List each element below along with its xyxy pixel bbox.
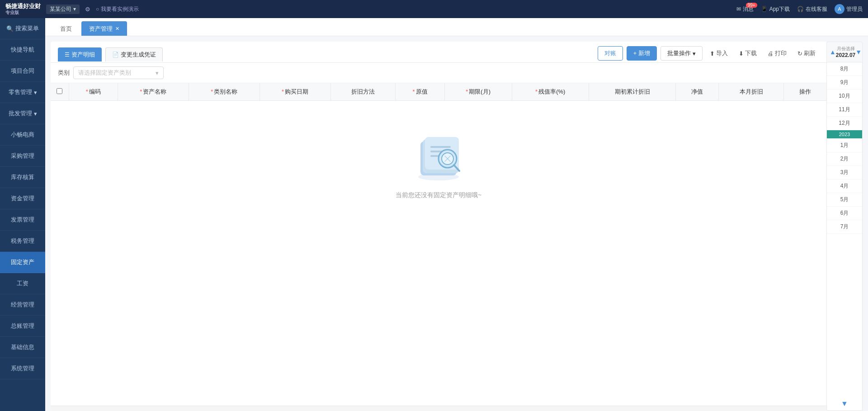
th-action: 操作 bbox=[784, 83, 826, 101]
company-selector[interactable]: 某某公司 ▾ bbox=[46, 5, 80, 14]
sidebar-item-project-contract[interactable]: 项目合同 bbox=[0, 61, 45, 82]
content-area: 首页 资产管理 ✕ ☰ 资产明细 📄 变更生成凭证 bbox=[45, 18, 868, 411]
sidebar: 🔍 搜索菜单 快捷导航 项目合同 零售管理 ▾ 批发管理 ▾ 小畅电商 采购管理… bbox=[0, 18, 45, 411]
settings-icon[interactable]: ⚙ bbox=[85, 6, 90, 13]
bottom-scroll-bar[interactable] bbox=[51, 406, 826, 411]
month-item-11[interactable]: 11月 bbox=[827, 103, 862, 117]
sidebar-item-ecommerce[interactable]: 小畅电商 bbox=[0, 124, 45, 146]
month-down-arrow[interactable]: ▼ bbox=[855, 48, 862, 56]
year-2023-badge: 2023 bbox=[827, 130, 862, 139]
print-icon: 🖨 bbox=[768, 50, 774, 57]
sub-tabs: ☰ 资产明细 📄 变更生成凭证 对账 + 新增 bbox=[51, 42, 826, 63]
category-select[interactable]: 请选择固定资产类别 ▾ bbox=[73, 66, 164, 79]
arrow-icon: ▾ bbox=[34, 89, 37, 96]
sidebar-item-invoice-mgmt[interactable]: 发票管理 bbox=[0, 209, 45, 231]
asset-table: *编码 *资产名称 *类别名称 *购买日期 折旧方法 *原值 *期限(月) *残… bbox=[51, 83, 826, 101]
tab-bar: 首页 资产管理 ✕ bbox=[45, 18, 868, 36]
month-item-2023-2[interactable]: 2月 bbox=[827, 152, 862, 166]
month-item-8[interactable]: 8月 bbox=[827, 62, 862, 76]
empty-state: 当前您还没有固定资产明细哦~ bbox=[51, 101, 826, 227]
th-purchase-date: *购买日期 bbox=[259, 83, 330, 101]
month-down-nav[interactable]: ▼ bbox=[827, 397, 862, 411]
month-up-arrow[interactable]: ▲ bbox=[830, 48, 836, 56]
refresh-button[interactable]: ↻ 刷新 bbox=[794, 47, 819, 59]
sidebar-item-inventory[interactable]: 库存核算 bbox=[0, 167, 45, 188]
down-chevron-icon[interactable]: ▼ bbox=[841, 400, 848, 408]
asset-table-wrap: *编码 *资产名称 *类别名称 *购买日期 折旧方法 *原值 *期限(月) *残… bbox=[51, 83, 826, 406]
select-arrow-icon: ▾ bbox=[156, 70, 159, 76]
add-button[interactable]: + 新增 bbox=[627, 46, 657, 61]
month-item-9[interactable]: 9月 bbox=[827, 76, 862, 90]
avatar: A bbox=[835, 4, 844, 14]
th-accumulated-depreciation: 期初累计折旧 bbox=[589, 83, 675, 101]
top-bar: 畅捷通好业财 专业版 某某公司 ▾ ⚙ ○ 我要看实例演示 ✉ 消息 99+ 📱… bbox=[0, 0, 868, 18]
sidebar-item-fund-mgmt[interactable]: 资金管理 bbox=[0, 188, 45, 209]
download-icon: 📱 bbox=[761, 6, 768, 12]
tab-asset-mgmt[interactable]: 资产管理 ✕ bbox=[81, 21, 127, 36]
th-checkbox bbox=[51, 83, 69, 101]
sidebar-item-tax-mgmt[interactable]: 税务管理 bbox=[0, 231, 45, 252]
topbar-right: ✉ 消息 99+ 📱 App下载 🎧 在线客服 A 管理员 bbox=[736, 4, 863, 14]
select-all-checkbox[interactable] bbox=[57, 88, 62, 94]
month-item-2023-3[interactable]: 3月 bbox=[827, 166, 862, 180]
month-item-10[interactable]: 10月 bbox=[827, 90, 862, 103]
table-header-row: *编码 *资产名称 *类别名称 *购买日期 折旧方法 *原值 *期限(月) *残… bbox=[51, 83, 826, 101]
search-icon: 🔍 bbox=[6, 25, 14, 32]
th-category-name: *类别名称 bbox=[189, 83, 259, 101]
demo-icon: ○ bbox=[96, 6, 99, 12]
message-icon: ✉ bbox=[736, 6, 741, 12]
main-panel: ☰ 资产明细 📄 变更生成凭证 对账 + 新增 bbox=[51, 42, 826, 411]
month-panel-header: ▲ 月份选择 2022.07 ▼ bbox=[827, 42, 862, 62]
th-monthly-depreciation: 本月折旧 bbox=[719, 83, 784, 101]
sub-tab-change-voucher[interactable]: 📄 变更生成凭证 bbox=[105, 47, 163, 61]
th-depreciation-method: 折旧方法 bbox=[330, 83, 396, 101]
download-button[interactable]: ⬇ 下载 bbox=[735, 47, 760, 59]
month-item-2023-7[interactable]: 7月 bbox=[827, 220, 862, 234]
import-button[interactable]: ⬆ 导入 bbox=[706, 47, 731, 59]
batch-ops-button[interactable]: 批量操作 ▾ bbox=[660, 46, 703, 61]
sidebar-item-purchase-mgmt[interactable]: 采购管理 bbox=[0, 146, 45, 167]
svg-rect-4 bbox=[430, 146, 451, 148]
online-service-btn[interactable]: 🎧 在线客服 bbox=[797, 5, 827, 13]
sidebar-item-batch-mgmt[interactable]: 批发管理 ▾ bbox=[0, 103, 45, 124]
sidebar-item-salary[interactable]: 工资 bbox=[0, 273, 45, 294]
sub-tab-asset-detail[interactable]: ☰ 资产明细 bbox=[58, 47, 102, 61]
main-layout: 🔍 搜索菜单 快捷导航 项目合同 零售管理 ▾ 批发管理 ▾ 小畅电商 采购管理… bbox=[0, 18, 868, 411]
sidebar-item-basic-info[interactable]: 基础信息 bbox=[0, 337, 45, 358]
tab-home[interactable]: 首页 bbox=[52, 21, 80, 36]
app-logo: 畅捷通好业财 专业版 bbox=[5, 3, 41, 15]
empty-message: 当前您还没有固定资产明细哦~ bbox=[396, 191, 481, 199]
import-icon: ⬆ bbox=[710, 50, 715, 57]
headset-icon: 🎧 bbox=[797, 6, 804, 12]
th-residual-rate: *残值率(%) bbox=[512, 83, 589, 101]
print-button[interactable]: 🖨 打印 bbox=[764, 47, 790, 59]
category-placeholder: 请选择固定资产类别 bbox=[78, 69, 131, 77]
list-icon: ☰ bbox=[65, 52, 70, 58]
app-download-btn[interactable]: 📱 App下载 bbox=[761, 5, 790, 13]
month-selector-panel: ▲ 月份选择 2022.07 ▼ 8月 9月 10月 11月 12月 2023 … bbox=[826, 42, 863, 411]
empty-illustration bbox=[407, 128, 470, 182]
sidebar-item-fixed-assets[interactable]: 固定资产 bbox=[0, 252, 45, 273]
month-item-2023-1[interactable]: 1月 bbox=[827, 139, 862, 152]
page-content: ☰ 资产明细 📄 变更生成凭证 对账 + 新增 bbox=[45, 36, 868, 411]
chevron-down-icon: ▾ bbox=[73, 6, 76, 12]
reconcile-button[interactable]: 对账 bbox=[598, 46, 623, 61]
month-list: 8月 9月 10月 11月 12月 2023 1月 2月 3月 4月 5月 6月… bbox=[827, 62, 862, 397]
arrow-icon: ▾ bbox=[34, 110, 37, 117]
month-item-2023-5[interactable]: 5月 bbox=[827, 193, 862, 207]
th-net-value: 净值 bbox=[676, 83, 719, 101]
sidebar-item-ops-mgmt[interactable]: 经营管理 bbox=[0, 294, 45, 316]
month-item-2023-4[interactable]: 4月 bbox=[827, 180, 862, 193]
sidebar-item-quick-nav[interactable]: 快捷导航 bbox=[0, 39, 45, 61]
close-tab-icon[interactable]: ✕ bbox=[115, 26, 119, 32]
month-item-2023-6[interactable]: 6月 bbox=[827, 207, 862, 220]
sidebar-item-ledger-mgmt[interactable]: 总账管理 bbox=[0, 316, 45, 337]
demo-link[interactable]: ○ 我要看实例演示 bbox=[96, 5, 139, 13]
message-btn[interactable]: ✉ 消息 99+ bbox=[736, 5, 754, 13]
sidebar-item-sys-mgmt[interactable]: 系统管理 bbox=[0, 358, 45, 379]
user-info[interactable]: A 管理员 bbox=[835, 4, 863, 14]
category-filter-label: 类别 bbox=[58, 69, 70, 77]
sidebar-item-search-menu[interactable]: 🔍 搜索菜单 bbox=[0, 18, 45, 39]
sidebar-item-retail-mgmt[interactable]: 零售管理 ▾ bbox=[0, 82, 45, 103]
month-item-12[interactable]: 12月 bbox=[827, 117, 862, 130]
